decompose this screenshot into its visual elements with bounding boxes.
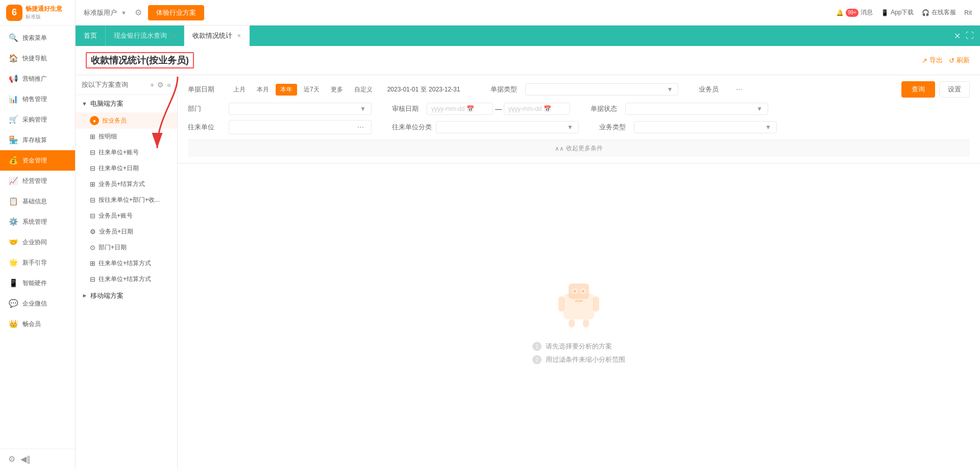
tab-collection-stats[interactable]: 收款情况统计 ×: [184, 26, 250, 46]
bank-flow-tab-close[interactable]: ×: [172, 32, 176, 39]
scheme-item-salesman-settlement[interactable]: ⊞ 业务员+结算方式: [76, 176, 177, 192]
svg-rect-8: [593, 296, 599, 312]
scheme-icon-unit-settlement1: ⊞: [90, 260, 95, 267]
enterprise-icon: 🤝: [8, 237, 18, 247]
query-button[interactable]: 查询: [901, 81, 935, 98]
collapse-footer-btn[interactable]: ◀‖: [20, 454, 31, 464]
date-tab-7days[interactable]: 近7天: [299, 84, 324, 96]
sidebar-item-quicknav[interactable]: 🏠 快捷导航: [0, 48, 75, 68]
date-tab-more[interactable]: 更多: [326, 84, 348, 96]
scheme-icon-unit-dept: ⊟: [90, 196, 95, 204]
add-scheme-btn[interactable]: +: [150, 81, 154, 89]
partner-more-btn[interactable]: ···: [357, 123, 364, 132]
collapse-row[interactable]: ∧∧ 收起更多条件: [188, 139, 970, 157]
tabbar-right: ✕ ⛶: [954, 31, 980, 41]
online-service-btn[interactable]: 🎧 在线客服: [922, 8, 956, 17]
scheme-item-by-detail[interactable]: ⊞ 按明细: [76, 129, 177, 145]
empty-area: 1 请先选择要分析的方案 2 用过滤条件来缩小分析范围: [178, 163, 980, 469]
wechat-icon: 💬: [8, 298, 18, 309]
doc-type-select[interactable]: ▼: [525, 83, 678, 96]
scheme-icon-salesman-account: ⊟: [90, 212, 95, 220]
right-panel: 单据日期 上月 本月 本年 近7天 更多 自定义 2023-01-01 至 20…: [178, 75, 980, 469]
collection-stats-tab-label: 收款情况统计: [192, 31, 232, 40]
partner-category-select[interactable]: ▼: [436, 121, 579, 133]
app-download-btn[interactable]: 📱 App下载: [881, 8, 914, 17]
scheme-group-desktop-header[interactable]: ▼ 电脑端方案: [76, 95, 177, 112]
sidebar-item-hardware[interactable]: 📱 智能硬件: [0, 273, 75, 293]
doc-date-label: 单据日期: [188, 85, 218, 94]
purchase-icon: 🛒: [8, 114, 18, 125]
export-button[interactable]: ↗ 导出: [922, 56, 943, 65]
sidebar-item-inventory[interactable]: 🏪 库存核算: [0, 130, 75, 150]
partner-select[interactable]: ···: [229, 120, 372, 134]
scheme-group-mobile-header[interactable]: ▼ 移动端方案: [76, 287, 177, 304]
notifications-label: 消息: [861, 8, 873, 17]
sidebar-item-funds[interactable]: 💰 资金管理: [0, 150, 75, 171]
doc-type-label: 单据类型: [491, 85, 521, 94]
business-type-select[interactable]: ▼: [634, 121, 777, 133]
salesman-more-btn[interactable]: ···: [736, 85, 742, 94]
review-date-end[interactable]: yyyy-mm-dd 📅: [504, 103, 570, 115]
scheme-item-dept-date[interactable]: ⊙ 部门+日期: [76, 240, 177, 255]
scheme-item-unit-date[interactable]: ⊟ 往来单位+日期: [76, 160, 177, 176]
sidebar-item-operations[interactable]: 📈 经营管理: [0, 171, 75, 191]
date-tabs: 上月 本月 本年 近7天 更多 自定义: [229, 84, 377, 96]
scheme-icon-detail: ⊞: [90, 133, 95, 140]
sidebar-item-system[interactable]: ⚙️ 系统管理: [0, 212, 75, 232]
sidebar-item-marketing[interactable]: 📢 营销推广: [0, 68, 75, 89]
date-tab-this-month[interactable]: 本月: [252, 84, 274, 96]
collection-stats-tab-close[interactable]: ×: [237, 32, 241, 39]
collapse-panel-btn[interactable]: «: [167, 81, 171, 89]
tab-fullscreen-btn[interactable]: ⛶: [966, 31, 974, 40]
scheme-item-unit-settlement1[interactable]: ⊞ 往来单位+结算方式: [76, 255, 177, 271]
date-range: 2023-01-01 至 2023-12-31: [387, 85, 460, 94]
notifications-btn[interactable]: 🔔 99+ 消息: [836, 8, 873, 17]
scheme-item-salesman-date[interactable]: ⚙ 业务员+日期: [76, 224, 177, 240]
sidebar-item-sales[interactable]: 📊 销售管理: [0, 89, 75, 109]
date-tab-custom[interactable]: 自定义: [350, 84, 377, 96]
date-tab-this-year[interactable]: 本年: [276, 84, 297, 96]
sidebar-item-wechat[interactable]: 💬 企业微信: [0, 293, 75, 314]
topbar: 标准版用户 ▼ ⚙ 体验行业方案 🔔 99+ 消息 📱 App下载 🎧 在线客服…: [76, 0, 980, 26]
svg-rect-7: [558, 296, 565, 312]
topbar-actions: 🔔 99+ 消息 📱 App下载 🎧 在线客服 Rit: [836, 8, 972, 17]
settings-footer-btn[interactable]: ⚙: [8, 454, 15, 464]
hardware-icon: 📱: [8, 278, 18, 288]
tab-bank-flow[interactable]: 现金银行流水查询 ×: [106, 26, 184, 46]
bank-flow-tab-label: 现金银行流水查询: [114, 31, 167, 40]
sidebar-footer: ⚙ ◀‖: [0, 449, 75, 469]
review-date-start[interactable]: yyyy-mm-dd 📅: [427, 103, 493, 115]
logo-text: 畅捷通好生意 标准版: [26, 5, 62, 20]
sidebar-item-guide[interactable]: 🌟 新手引导: [0, 252, 75, 273]
refresh-button[interactable]: ↺ 刷新: [949, 56, 970, 65]
filter-row-1: 单据日期 上月 本月 本年 近7天 更多 自定义 2023-01-01 至 20…: [188, 81, 970, 98]
trial-button[interactable]: 体验行业方案: [148, 5, 204, 20]
sidebar-item-member[interactable]: 👑 畅会员: [0, 314, 75, 334]
sidebar-item-purchase[interactable]: 🛒 采购管理: [0, 109, 75, 130]
tab-close-all-btn[interactable]: ✕: [954, 31, 961, 41]
partner-label: 往来单位: [188, 123, 218, 132]
page-title: 收款情况统计(按业务员): [86, 52, 194, 68]
scheme-settings-btn[interactable]: ⚙: [157, 81, 164, 89]
sidebar-item-basic-info[interactable]: 📋 基础信息: [0, 191, 75, 212]
doc-status-chevron: ▼: [756, 105, 763, 112]
doc-status-label: 单据状态: [591, 104, 621, 113]
dept-select[interactable]: ▼: [229, 103, 372, 115]
left-panel: 按以下方案查询 + ⚙ « ▼ 电脑端方案 ● 按业务员: [76, 75, 178, 469]
tab-home[interactable]: 首页: [76, 26, 106, 46]
empty-steps: 1 请先选择要分析的方案 2 用过滤条件来缩小分析范围: [532, 340, 625, 366]
topbar-gear-btn[interactable]: ⚙: [135, 8, 142, 17]
scheme-item-unit-account[interactable]: ⊟ 往来单位+账号: [76, 145, 177, 160]
doc-status-select[interactable]: ▼: [625, 103, 768, 115]
sidebar-item-enterprise[interactable]: 🤝 企业协同: [0, 232, 75, 252]
scheme-item-unit-settlement2[interactable]: ⊟ 往来单位+结算方式: [76, 271, 177, 287]
scheme-item-by-salesman[interactable]: ● 按业务员: [76, 112, 177, 129]
sidebar-item-search[interactable]: 🔍 搜索菜单: [0, 28, 75, 48]
main-content: 收款情况统计(按业务员) ↗ 导出 ↺ 刷新 按以下方案查询 + ⚙ «: [76, 46, 980, 469]
scheme-item-salesman-account[interactable]: ⊟ 业务员+账号: [76, 208, 177, 224]
mobile-group-arrow: ▼: [81, 293, 87, 299]
filter-settings-button[interactable]: 设置: [939, 81, 970, 98]
date-tab-last-month[interactable]: 上月: [229, 84, 250, 96]
user-name-btn[interactable]: Rit: [964, 9, 972, 16]
scheme-item-unit-dept[interactable]: ⊟ 按往来单位+部门+收...: [76, 192, 177, 208]
